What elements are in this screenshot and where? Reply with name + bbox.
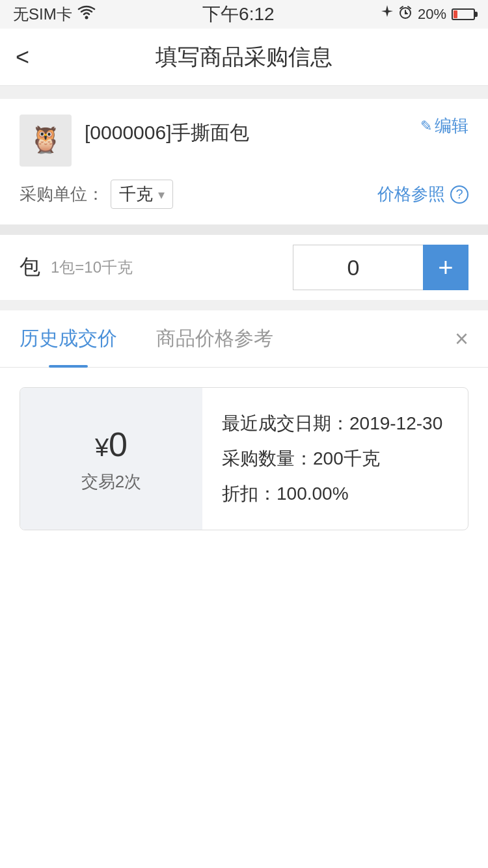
tab-price-ref[interactable]: 商品价格参考 xyxy=(156,310,273,368)
history-price: ¥0 xyxy=(95,425,128,464)
unit-value: 千克 xyxy=(119,183,153,206)
divider-stripe xyxy=(0,224,488,235)
history-price-section: ¥0 交易2次 xyxy=(20,388,202,530)
product-name: [0000006]手撕面包 xyxy=(85,115,249,146)
unit-label: 采购单位： xyxy=(20,183,104,206)
page-title: 填写商品采购信息 xyxy=(156,42,332,72)
quantity-right: + xyxy=(293,245,468,290)
tab-price-ref-label: 商品价格参考 xyxy=(156,325,273,352)
discount-label: 折扣： xyxy=(222,483,277,504)
tab-history[interactable]: 历史成交价 xyxy=(20,310,117,368)
quantity-left: 包 1包=10千克 xyxy=(20,253,133,282)
carrier-text: 无SIM卡 xyxy=(13,4,72,25)
quantity-unit: 包 xyxy=(20,253,40,282)
tabs-list: 历史成交价 商品价格参考 xyxy=(20,310,273,368)
quantity-conversion: 1包=10千克 xyxy=(51,257,133,278)
tabs-close-button[interactable]: × xyxy=(455,325,468,353)
history-date-row: 最近成交日期：2019-12-30 xyxy=(222,411,448,436)
content-background xyxy=(0,550,488,868)
price-ref-button[interactable]: 价格参照 ? xyxy=(377,183,468,206)
wifi-icon xyxy=(77,5,96,23)
recent-date-value: 2019-12-30 xyxy=(349,413,442,433)
svg-point-0 xyxy=(85,16,88,20)
history-content: ¥0 交易2次 最近成交日期：2019-12-30 采购数量：200千克 折扣：… xyxy=(0,368,488,550)
alarm-icon xyxy=(398,5,413,23)
quantity-plus-button[interactable]: + xyxy=(423,245,468,290)
history-discount-row: 折扣：100.00% xyxy=(222,481,448,506)
price-ref-label: 价格参照 xyxy=(377,183,445,206)
status-left: 无SIM卡 xyxy=(13,4,96,25)
quantity-row: 包 1包=10千克 + xyxy=(0,235,488,300)
svg-text:🦉: 🦉 xyxy=(29,124,62,155)
product-card: 🦉 [0000006]手撕面包 ✎ 编辑 采购单位： 千克 ▾ 价格参照 ? xyxy=(0,99,488,224)
tab-history-label: 历史成交价 xyxy=(20,325,117,352)
product-thumbnail: 🦉 xyxy=(20,115,72,167)
status-right: 20% xyxy=(381,5,475,23)
recent-date-label: 最近成交日期： xyxy=(222,413,349,433)
yen-symbol: ¥ xyxy=(95,434,109,461)
discount-value: 100.00% xyxy=(277,483,349,504)
status-time: 下午6:12 xyxy=(202,2,275,27)
unit-arrow-icon: ▾ xyxy=(158,187,165,202)
tab-underline xyxy=(49,365,88,368)
tabs-panel: 历史成交价 商品价格参考 × ¥0 交易2次 最近成交日期：2019-12-30 xyxy=(0,310,488,868)
purchase-qty-label: 采购数量： xyxy=(222,448,313,468)
edit-button[interactable]: ✎ 编辑 xyxy=(420,115,468,137)
quantity-input[interactable] xyxy=(293,245,423,290)
gps-icon xyxy=(381,5,393,23)
battery-percent: 20% xyxy=(418,6,446,23)
battery-icon xyxy=(452,8,475,20)
unit-selector[interactable]: 千克 ▾ xyxy=(111,180,173,209)
history-qty-row: 采购数量：200千克 xyxy=(222,446,448,471)
price-ref-help-icon: ? xyxy=(450,185,468,204)
edit-icon: ✎ xyxy=(420,118,432,135)
purchase-qty-value: 200千克 xyxy=(313,448,380,468)
status-bar: 无SIM卡 下午6:12 20% xyxy=(0,0,488,29)
nav-bar: < 填写商品采购信息 xyxy=(0,29,488,86)
history-trade-count: 交易2次 xyxy=(81,470,141,493)
product-info: 🦉 [0000006]手撕面包 xyxy=(20,115,249,167)
history-details: 最近成交日期：2019-12-30 采购数量：200千克 折扣：100.00% xyxy=(202,388,468,530)
tabs-header: 历史成交价 商品价格参考 × xyxy=(0,310,488,368)
back-button[interactable]: < xyxy=(16,44,29,71)
history-card: ¥0 交易2次 最近成交日期：2019-12-30 采购数量：200千克 折扣：… xyxy=(20,387,468,530)
price-value: 0 xyxy=(109,426,128,463)
edit-label: 编辑 xyxy=(435,115,468,137)
